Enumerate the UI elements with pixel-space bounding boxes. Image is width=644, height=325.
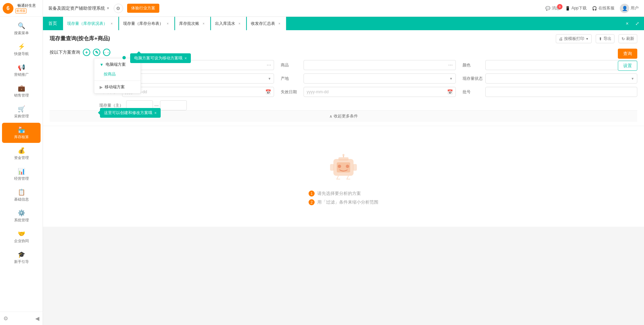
scheme-mobile-label: 移动端方案 <box>105 84 125 90</box>
phone-icon: 📱 <box>565 6 570 11</box>
page-actions: 🖨 按模板打印 ▼ ⬆ 导出 ↻ 刷新 <box>556 34 637 43</box>
tab-flow-close[interactable]: × <box>237 21 242 26</box>
sidebar-item-marketing[interactable]: 📢 营销推广 <box>2 60 41 80</box>
logo-text: 畅通好生意 <box>17 3 36 8</box>
expire-date-calendar-icon: 📅 <box>447 89 453 95</box>
collapse-sidebar-icon[interactable]: ◀ <box>35 315 39 322</box>
user-action[interactable]: 👤 用户 <box>620 4 639 13</box>
scheme-item-mobile[interactable]: ▶ 移动端方案 <box>94 82 141 92</box>
scheme-item-by-goods[interactable]: 按商品 <box>94 69 141 79</box>
tab-summary[interactable]: 收发存汇总表 × <box>247 17 286 30</box>
filter-origin-select[interactable]: ▼ <box>304 73 455 84</box>
filter-expire-date-label: 失效日期 <box>281 89 301 95</box>
quick-nav-icon: ⚡ <box>18 43 25 50</box>
filter-origin: 产地 ▼ <box>281 73 455 84</box>
tab-close-all-btn[interactable]: × <box>624 20 631 27</box>
tab-summary-close[interactable]: × <box>277 21 282 26</box>
tab-inventory-distribution[interactable]: 现存量（库存分布表） × <box>119 17 174 30</box>
export-btn[interactable]: ⬆ 导出 <box>596 34 614 43</box>
sidebar-item-system[interactable]: ⚙️ 系统管理 <box>2 206 41 226</box>
system-selector[interactable]: 装备及固定资产辅助管理系统 ▼ <box>48 5 110 11</box>
search-nav-icon: 🔍 <box>18 22 25 30</box>
tab-bar-end: × ⤢ <box>621 17 644 30</box>
export-btn-label: 导出 <box>603 36 611 42</box>
industry-btn[interactable]: 体验行业方案 <box>127 4 159 13</box>
tab-inventory-status[interactable]: 现存量（库存状况表） × <box>63 17 118 30</box>
sidebar-item-sales[interactable]: 💼 销售管理 <box>2 81 41 101</box>
step-1-text: 请先选择要分析的方案 <box>317 189 361 198</box>
tab-bar: 首页 现存量（库存状况表） × 现存量（库存分布表） × 库存批次账 × 出入库… <box>43 17 644 30</box>
tab-inventory-distribution-close[interactable]: × <box>165 21 170 26</box>
step-1-num: 1 <box>309 191 315 197</box>
filter-color: 颜色 ▼ <box>463 60 637 70</box>
sidebar-item-newbie[interactable]: 🎓 新手引导 <box>2 248 41 268</box>
prod-date-calendar-icon: 📅 <box>265 89 271 95</box>
filter-expire-date-input[interactable]: yyyy-mm-dd 📅 <box>304 87 455 97</box>
filter-stock-status-select[interactable]: ▼ <box>485 73 637 84</box>
user-label: 用户 <box>631 5 639 11</box>
filter-batch-input[interactable] <box>485 87 637 97</box>
refresh-btn[interactable]: ↻ 刷新 <box>619 34 637 43</box>
tab-expand-btn[interactable]: ⤢ <box>633 20 641 27</box>
settings-bottom-icon[interactable]: ⚙ <box>3 315 8 322</box>
origin-chevron-icon: ▼ <box>449 77 453 80</box>
sidebar-item-finance[interactable]: 💰 资金管理 <box>2 144 41 164</box>
tooltip-edit-close[interactable]: × <box>154 111 157 115</box>
filter-prod-date-input[interactable]: yyyy-mm-dd 📅 <box>122 87 274 97</box>
empty-state: 1 请先选择要分析的方案 2 用「过滤」条件来缩小分析范围 <box>43 129 644 227</box>
stock-status-chevron-icon: ▼ <box>631 77 634 80</box>
app-download-label: App下载 <box>572 5 587 11</box>
app-header: 装备及固定资产辅助管理系统 ▼ ⚙ 体验行业方案 💬 消息 9 📱 App下载 … <box>43 0 644 17</box>
svg-point-2 <box>338 165 341 168</box>
filter-stock-qty-label: 现存量（主） <box>99 103 123 108</box>
tab-batch-close[interactable]: × <box>201 21 206 26</box>
tab-batch[interactable]: 库存批次账 × <box>175 17 210 30</box>
tooltip-scheme-close[interactable]: × <box>184 56 187 61</box>
sidebar-item-search[interactable]: 🔍 搜索菜单 <box>2 19 41 39</box>
app-download-action[interactable]: 📱 App下载 <box>565 5 587 11</box>
tab-batch-label: 库存批次账 <box>179 21 199 26</box>
query-btn[interactable]: 查询 <box>618 49 637 59</box>
filter-edit-btn[interactable]: ✎ <box>93 49 100 56</box>
filter-size-select[interactable]: ▼ <box>122 73 274 84</box>
filter-stock-qty-max[interactable] <box>160 100 187 110</box>
sidebar-item-inventory[interactable]: 🏪 库存核算 <box>2 123 41 143</box>
filter-stock-status: 现存量状态 ▼ <box>463 73 637 84</box>
page-content: 现存量查询(按仓库+商品) 🖨 按模板打印 ▼ ⬆ 导出 ↻ 刷新 <box>43 30 644 325</box>
sidebar-item-basic[interactable]: 📋 基础信息 <box>2 185 41 205</box>
sidebar-logo: 6 畅通好生意 标准版 <box>0 0 43 17</box>
empty-step-1: 1 请先选择要分析的方案 <box>309 189 378 198</box>
content-area: 现存量查询(按仓库+商品) 🖨 按模板打印 ▼ ⬆ 导出 ↻ 刷新 <box>43 30 644 227</box>
svg-point-3 <box>346 165 349 168</box>
print-btn[interactable]: 🖨 按模板打印 ▼ <box>556 34 592 43</box>
filter-color-select[interactable]: ▼ <box>485 60 637 70</box>
headset-icon: 🎧 <box>592 6 597 11</box>
online-service-action[interactable]: 🎧 在线客服 <box>592 5 614 11</box>
filter-color-label: 颜色 <box>463 62 483 68</box>
basic-nav-icon: 📋 <box>18 188 25 196</box>
svg-point-6 <box>342 154 344 156</box>
filter-area: 按以下方案查询 + ✎ ←← 电脑方案可设为移动方案哦 × 这里可以创建和修改方… <box>43 46 644 126</box>
sidebar-item-management[interactable]: 📊 经营管理 <box>2 164 41 184</box>
sidebar-item-purchase[interactable]: 🛒 采购管理 <box>2 102 41 122</box>
sidebar-item-quick[interactable]: ⚡ 快捷导航 <box>2 40 41 60</box>
tab-home[interactable]: 首页 <box>43 17 62 30</box>
message-action[interactable]: 💬 消息 9 <box>545 5 560 11</box>
tab-inventory-status-close[interactable]: × <box>109 21 114 26</box>
header-settings-btn[interactable]: ⚙ <box>114 4 123 13</box>
goods-ellipsis-icon: ··· <box>448 62 452 68</box>
settings-btn[interactable]: 设置 <box>618 61 637 71</box>
person-icon: 👤 <box>622 6 628 11</box>
filter-goods-select[interactable]: ··· <box>304 60 455 70</box>
tab-flow[interactable]: 出入库流水 × <box>211 17 246 30</box>
system-nav-icon: ⚙️ <box>18 209 25 217</box>
filter-row-2: 尺码 ▼ 产地 ▼ <box>99 73 637 84</box>
sidebar-item-enterprise[interactable]: 🤝 企业协同 <box>2 227 41 247</box>
filter-expire-date: 失效日期 yyyy-mm-dd 📅 <box>281 87 455 97</box>
tooltip-scheme: 电脑方案可设为移动方案哦 × <box>130 53 191 63</box>
tab-inventory-status-label: 现存量（库存状况表） <box>67 21 107 26</box>
inventory-nav-icon: 🏪 <box>18 126 25 133</box>
filter-add-btn[interactable]: + <box>83 49 90 56</box>
scheme-desktop-label: 电脑端方案 <box>106 62 126 67</box>
filter-back-btn[interactable]: ←← <box>103 49 110 56</box>
